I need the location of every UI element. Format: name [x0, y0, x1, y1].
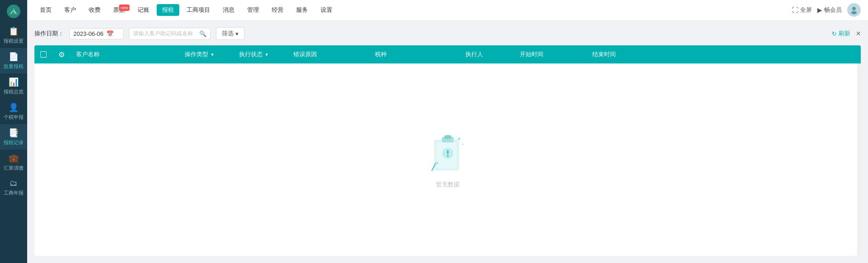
table-body-empty: 暂无数据	[34, 63, 861, 256]
data-table: ⚙ 客户名称 操作类型 ▼ 执行状态 ▼ 错误原因 税种	[34, 45, 861, 256]
avatar[interactable]	[847, 3, 861, 17]
sidebar-item-piliang-baoshui[interactable]: 📄 批量报税	[0, 48, 27, 73]
nav-jingying[interactable]: 经营	[266, 4, 289, 16]
date-label: 操作日期：	[34, 29, 64, 38]
sidebar-item-geshui-shenbao[interactable]: 👤 个税申报	[0, 99, 27, 124]
close-button[interactable]: ×	[856, 29, 861, 38]
th-start-time: 开始时间	[514, 50, 587, 58]
empty-text: 暂无数据	[436, 180, 460, 189]
sidebar-item-gongshang-nianbao[interactable]: 🗂 工商年报	[0, 175, 27, 200]
filter-button[interactable]: 筛选 ▾	[216, 27, 245, 40]
nav-customer[interactable]: 客户	[59, 4, 82, 16]
new-badge: new	[119, 5, 129, 11]
sidebar: 📋 报税设置 📄 批量报税 📊 报税总览 👤 个税申报 📑 报税记录 💼 汇算清…	[0, 0, 27, 263]
sidebar-item-baoshui-jilu[interactable]: 📑 报税记录	[0, 124, 27, 150]
search-input[interactable]: 请输入客户助记码或名称 🔍	[129, 28, 211, 40]
nav-xiaoxi[interactable]: 消息	[217, 4, 240, 16]
baoshui-shezhi-icon: 📋	[9, 26, 19, 36]
svg-point-1	[852, 7, 856, 10]
sidebar-logo[interactable]	[0, 0, 27, 23]
sidebar-item-baoshui-zonglam[interactable]: 📊 报税总览	[0, 73, 27, 99]
topnav-right: ⛶ 全屏 ▶ 畅会员	[792, 3, 861, 17]
calendar-icon: 📅	[106, 30, 114, 37]
chevron-down-icon: ▾	[235, 30, 239, 37]
th-exec-status: 执行状态 ▼	[234, 50, 288, 58]
search-placeholder: 请输入客户助记码或名称	[133, 30, 193, 38]
svg-point-13	[462, 143, 464, 145]
nav-home[interactable]: 首页	[34, 4, 57, 16]
sidebar-item-baoshui-shezhi[interactable]: 📋 报税设置	[0, 23, 27, 48]
nav-baoshui[interactable]: 报税	[157, 4, 179, 16]
filter-arrow-status[interactable]: ▼	[264, 52, 269, 57]
nav-piaoju[interactable]: 票据 new	[108, 4, 130, 16]
main-area: 首页 客户 收费 票据 new 记账 报税 工商项目 消息 管理 经营 服务 设…	[27, 0, 868, 263]
svg-point-14	[456, 136, 457, 137]
th-tax-type: 税种	[369, 50, 460, 58]
th-error-reason: 错误原因	[288, 50, 369, 58]
content-area: 操作日期： 2023-06-06 📅 请输入客户助记码或名称 🔍 筛选 ▾ ↻ …	[27, 20, 868, 263]
th-end-time: 结束时间	[587, 50, 659, 58]
member-button[interactable]: ▶ 畅会员	[817, 6, 842, 14]
piliang-baoshui-icon: 📄	[9, 52, 19, 62]
gear-icon[interactable]: ⚙	[58, 50, 65, 59]
table-header: ⚙ 客户名称 操作类型 ▼ 执行状态 ▼ 错误原因 税种	[34, 45, 861, 63]
baoshui-zonglam-icon: 📊	[9, 77, 19, 87]
empty-illustration	[427, 131, 468, 176]
huisuan-jiaona-icon: 💼	[9, 153, 19, 163]
top-nav: 首页 客户 收费 票据 new 记账 报税 工商项目 消息 管理 经营 服务 设…	[27, 0, 868, 20]
filter-arrow-operation[interactable]: ▼	[210, 52, 215, 57]
select-all-checkbox[interactable]	[40, 51, 47, 58]
th-checkbox[interactable]	[34, 51, 53, 58]
sidebar-item-huisuan-jiaona[interactable]: 💼 汇算清缴	[0, 150, 27, 175]
th-operation-type: 操作类型 ▼	[179, 50, 234, 58]
nav-guanli[interactable]: 管理	[242, 4, 264, 16]
svg-rect-6	[444, 135, 451, 139]
gongshang-nianbao-icon: 🗂	[10, 179, 18, 188]
filter-label: 筛选	[222, 29, 234, 38]
fullscreen-button[interactable]: ⛶ 全屏	[792, 6, 812, 14]
th-customer-name: 客户名称	[71, 50, 179, 58]
nav-jizhang[interactable]: 记账	[132, 4, 155, 16]
video-icon: ▶	[817, 6, 822, 14]
svg-point-2	[851, 11, 857, 15]
nav-fuwu[interactable]: 服务	[291, 4, 313, 16]
refresh-button[interactable]: ↻ 刷新	[832, 29, 850, 38]
search-icon: 🔍	[199, 30, 206, 37]
th-gear[interactable]: ⚙	[53, 50, 71, 59]
svg-point-9	[447, 155, 449, 157]
svg-point-12	[458, 138, 460, 140]
toolbar-right: ↻ 刷新 ×	[832, 29, 861, 38]
nav-gongshang[interactable]: 工商项目	[181, 4, 216, 16]
th-executor: 执行人	[460, 50, 514, 58]
refresh-icon: ↻	[832, 30, 837, 37]
toolbar: 操作日期： 2023-06-06 📅 请输入客户助记码或名称 🔍 筛选 ▾ ↻ …	[34, 27, 861, 40]
baoshui-jilu-icon: 📑	[9, 128, 19, 138]
svg-rect-8	[447, 150, 448, 154]
scrollbar-track[interactable]	[857, 63, 861, 256]
nav-shoufei[interactable]: 收费	[83, 4, 106, 16]
nav-shezhi[interactable]: 设置	[315, 4, 338, 16]
fullscreen-icon: ⛶	[792, 6, 798, 14]
date-input[interactable]: 2023-06-06 📅	[69, 28, 124, 39]
geshui-shenbao-icon: 👤	[9, 102, 19, 112]
